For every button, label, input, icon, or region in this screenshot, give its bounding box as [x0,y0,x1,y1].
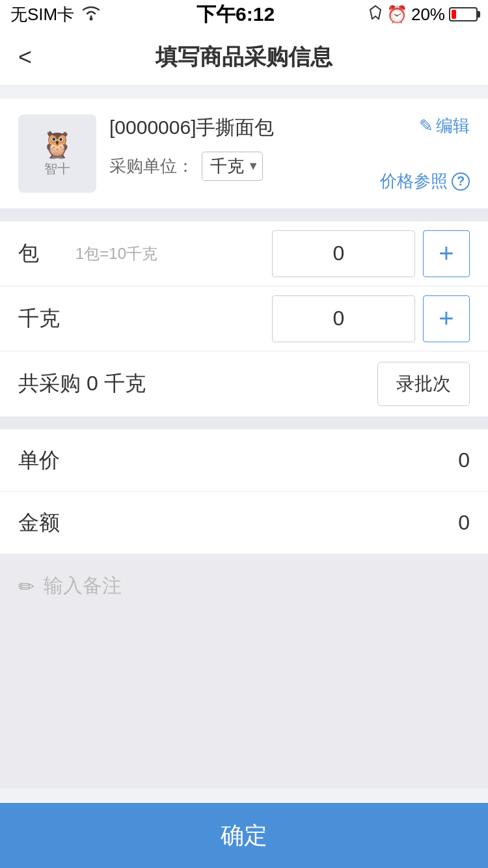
wifi-icon [79,3,103,26]
product-card: 🦉 智十 [0000006]手撕面包 采购单位： 千克 ▼ ✎ 编辑 价格参照 … [0,99,488,208]
total-label: 共采购 0 千克 [18,370,146,398]
edit-button[interactable]: ✎ 编辑 [419,115,470,137]
pack-input-right: + [272,230,470,277]
product-owl-icon: 🦉 [41,129,74,160]
main-content: 🦉 智十 [0000006]手撕面包 采购单位： 千克 ▼ ✎ 编辑 价格参照 … [0,99,488,854]
amount-value: 0 [458,511,470,535]
total-row: 共采购 0 千克 录批次 [0,351,488,416]
pack-quantity-input[interactable] [272,230,415,277]
confirm-button[interactable]: 确定 [0,803,488,868]
pack-label: 包 [18,239,70,268]
kg-label: 千克 [18,305,70,333]
pack-plus-button[interactable]: + [423,230,470,277]
price-ref-button[interactable]: 价格参照 ? [380,170,470,193]
unit-price-value: 0 [458,448,470,472]
unit-price-row: 单价 0 [0,429,488,492]
amount-label: 金额 [18,509,60,537]
status-right: ⏰ 20% [368,5,478,25]
kg-input-right: + [272,295,470,342]
kg-plus-button[interactable]: + [423,295,470,342]
kg-quantity-input[interactable] [272,295,415,342]
price-section: 单价 0 金额 0 [0,429,488,554]
alarm-icon: ⏰ [386,5,407,25]
remark-pencil-icon: ✏ [18,575,34,598]
back-button[interactable]: < [18,44,32,71]
battery-icon [449,7,478,21]
pack-sublabel: 1包=10千克 [75,243,157,264]
section-divider-1 [0,208,488,221]
unit-price-label: 单价 [18,446,60,475]
status-time: 下午6:12 [197,1,275,28]
status-left: 无SIM卡 [10,3,103,26]
location-icon [368,5,383,25]
svg-point-0 [90,17,93,20]
unit-select-display[interactable]: 千克 [202,152,263,181]
section-divider-2 [0,416,488,429]
pack-row: 包 1包=10千克 + [0,221,488,286]
product-name: [0000006]手撕面包 [109,115,470,141]
product-image-subtext: 智十 [44,160,70,178]
price-ref-label: 价格参照 [380,170,448,193]
edit-label: 编辑 [436,115,470,137]
remark-placeholder: 输入备注 [44,573,122,599]
unit-label: 采购单位： [109,155,194,178]
unit-select-wrapper[interactable]: 千克 ▼ [202,152,263,181]
quantity-section: 包 1包=10千克 + 千克 + [0,221,488,351]
record-batch-button[interactable]: 录批次 [377,362,470,406]
nav-bar: < 填写商品采购信息 [0,29,488,86]
price-ref-icon: ? [452,172,470,191]
edit-icon: ✎ [419,116,433,136]
carrier-text: 无SIM卡 [10,3,74,26]
product-image: 🦉 智十 [18,115,96,193]
battery-percent: 20% [411,5,445,25]
amount-row: 金额 0 [0,492,488,554]
kg-row: 千克 + [0,286,488,351]
status-bar: 无SIM卡 下午6:12 ⏰ 20% [0,0,488,29]
page-title: 填写商品采购信息 [156,42,332,72]
remark-section[interactable]: ✏ 输入备注 [0,554,488,789]
